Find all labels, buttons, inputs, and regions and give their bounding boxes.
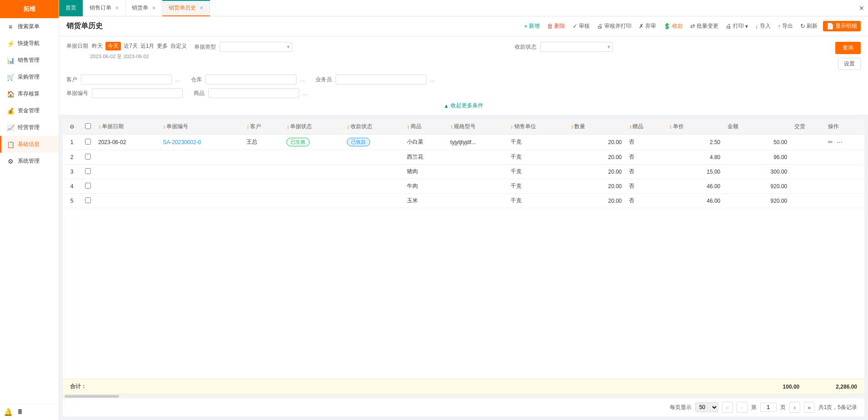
collapse-button[interactable]: ▲ 收起更多条件	[66, 102, 861, 110]
tab-sales-history[interactable]: 销货单历史 ✕	[162, 0, 210, 16]
select-all-checkbox[interactable]	[85, 123, 91, 129]
row-checkbox[interactable]	[85, 168, 91, 174]
doc-no-link[interactable]: SA-20230602-0	[163, 139, 201, 145]
action-cell	[824, 165, 864, 179]
check-cell[interactable]	[81, 135, 95, 150]
row-checkbox[interactable]	[85, 139, 91, 145]
doc-no-input[interactable]	[92, 88, 183, 98]
shortcut-today[interactable]: 今天	[105, 42, 121, 50]
refresh-button[interactable]: ↻ 刷新	[798, 21, 819, 31]
customer-input[interactable]	[81, 75, 172, 85]
customer-col-header[interactable]: ↕ 客户	[243, 119, 283, 135]
check-cell[interactable]	[81, 165, 95, 179]
warehouse-dots[interactable]: ...	[300, 76, 305, 83]
print-button[interactable]: 🖨 打印 ▾	[724, 21, 750, 31]
row-checkbox[interactable]	[85, 154, 91, 160]
sidebar-item-operation[interactable]: 📈 经营管理	[0, 119, 59, 136]
pay-status-col-header[interactable]: ↕ 收款状态	[343, 119, 403, 135]
spec-col-header[interactable]: ↕ 规格型号	[447, 119, 507, 135]
check-cell[interactable]	[81, 150, 95, 165]
date-col-header[interactable]: ↕ 单据日期	[95, 119, 159, 135]
delete-button[interactable]: 🗑 删除	[545, 21, 567, 31]
sidebar-item-finance[interactable]: 💰 资金管理	[0, 102, 59, 119]
settings-col-header[interactable]: ⚙	[63, 119, 81, 135]
doc-type-select[interactable]	[220, 42, 292, 52]
discard-button[interactable]: ✗ 弃审	[637, 21, 658, 31]
doc-no-cell	[159, 179, 243, 194]
goods-dots[interactable]: ...	[303, 90, 307, 96]
seq-cell: 4	[63, 179, 81, 194]
tab-sales-order-close[interactable]: ✕	[115, 5, 119, 10]
set-button[interactable]: 设置	[838, 58, 861, 70]
doc-status-col-header[interactable]: ↕ 单据状态	[283, 119, 343, 135]
shortcut-custom[interactable]: 自定义	[171, 42, 187, 50]
export-button[interactable]: ↑ 导出	[776, 21, 795, 31]
unit-cell: 千克	[507, 179, 567, 194]
prev-page-btn[interactable]: ‹	[737, 402, 748, 413]
check-cell[interactable]	[81, 194, 95, 208]
sidebar-item-label: 库存核算	[18, 90, 40, 98]
audit-button[interactable]: ✓ 审核	[571, 21, 592, 31]
sales-icon: 📊	[7, 57, 14, 64]
qty-cell: 20.00	[567, 135, 626, 150]
show-detail-button[interactable]: 📄 显示明细	[823, 21, 861, 31]
table-container: ⚙ ↕ 单据日期 ↕ 单据编号 ↕ 客户 ↕ 单据状态 ↕ 收款状态 ↕ 商品 …	[63, 119, 864, 379]
sidebar-item-sales[interactable]: 📊 销售管理	[0, 52, 59, 69]
sidebar-item-quick-nav[interactable]: ⚡ 快捷导航	[0, 35, 59, 52]
page-content: 销货单历史 + 新增 🗑 删除 ✓ 审核 🖨 审核并打印	[59, 16, 868, 420]
warehouse-input[interactable]	[206, 75, 296, 85]
import-button[interactable]: ↓ 导入	[753, 21, 773, 31]
page-input[interactable]	[760, 403, 777, 412]
tab-sales-order[interactable]: 销售订单 ✕	[83, 0, 125, 16]
collect-button[interactable]: 💲 收款	[662, 21, 685, 31]
first-page-btn[interactable]: «	[722, 402, 733, 413]
unit-col-header[interactable]: ↕ 销售单位	[507, 119, 567, 135]
row-checkbox[interactable]	[85, 183, 91, 189]
add-button[interactable]: + 新增	[522, 21, 542, 31]
batch-change-button[interactable]: ⇄ 批量变更	[688, 21, 720, 31]
notification-icon[interactable]: 🔔	[4, 408, 13, 416]
doc-no-col-header[interactable]: ↕ 单据编号	[159, 119, 243, 135]
row-checkbox[interactable]	[85, 197, 91, 203]
sidebar-item-system[interactable]: ⚙ 系统管理	[0, 153, 59, 170]
sidebar-item-search[interactable]: ≡ 搜索菜单	[0, 18, 59, 35]
tab-sales-history-close[interactable]: ✕	[200, 5, 203, 10]
sidebar-item-inventory[interactable]: 🏠 库存核算	[0, 85, 59, 102]
spec-cell: tyjytjtyjdf...	[447, 135, 507, 150]
qty-col-header[interactable]: ↕ 数量	[567, 119, 626, 135]
sidebar-item-base-info[interactable]: 📋 基础信息	[0, 136, 59, 153]
next-page-btn[interactable]: ›	[789, 402, 800, 413]
more-action-icon[interactable]: ⋯	[837, 139, 843, 145]
add-icon: +	[524, 23, 527, 30]
tab-home[interactable]: 首页	[59, 0, 83, 16]
shortcut-yesterday[interactable]: 昨天	[92, 42, 103, 50]
sidebar-item-purchase[interactable]: 🛒 采购管理	[0, 69, 59, 85]
date-cell	[95, 165, 159, 179]
goods-input[interactable]	[208, 88, 299, 98]
page-title: 销货单历史	[66, 21, 103, 31]
edit-action-icon[interactable]: ✏	[828, 139, 833, 145]
gift-col-header[interactable]: ↕ 赠品	[625, 119, 665, 135]
table-row: 4 牛肉 千克 20.00 否 46.00 920.00	[63, 179, 864, 194]
window-close-btn[interactable]: ✕	[859, 5, 864, 12]
goods-col-header[interactable]: ↕ 商品	[403, 119, 447, 135]
page-size-select[interactable]: 50 20 100	[695, 402, 718, 412]
tab-sales-delivery[interactable]: 销货单 ✕	[125, 0, 162, 16]
customer-dots[interactable]: ...	[176, 76, 180, 83]
query-button[interactable]: 查询	[835, 42, 861, 54]
horizontal-scrollbar[interactable]	[63, 394, 864, 398]
tab-sales-delivery-close[interactable]: ✕	[152, 5, 156, 10]
salesperson-dots[interactable]: ...	[430, 76, 435, 83]
salesperson-input[interactable]	[336, 75, 426, 85]
date-cell	[95, 179, 159, 194]
pause-icon[interactable]: ⏸	[16, 408, 24, 416]
shortcut-week[interactable]: 近7天	[124, 42, 138, 50]
check-cell[interactable]	[81, 179, 95, 194]
audit-print-button[interactable]: 🖨 审核并打印	[595, 21, 633, 31]
gift-cell: 否	[625, 135, 665, 150]
shortcut-month[interactable]: 近1月	[140, 42, 155, 50]
pay-status-select[interactable]	[540, 42, 613, 52]
price-col-header[interactable]: ↕ 单价	[666, 119, 724, 135]
last-page-btn[interactable]: »	[804, 402, 815, 413]
shortcut-more[interactable]: 更多	[157, 42, 168, 50]
